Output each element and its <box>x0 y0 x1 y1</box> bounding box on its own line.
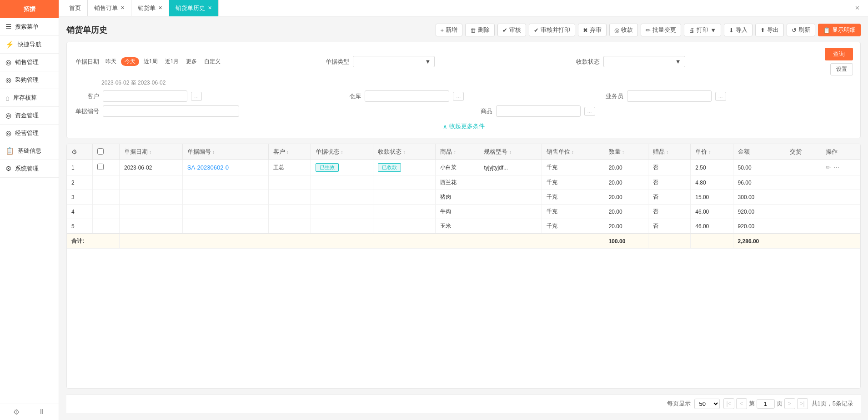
th-unit-price[interactable]: 单价 ↕ <box>691 144 733 160</box>
show-detail-icon: 📋 <box>823 27 830 34</box>
more-shortcut[interactable]: 更多 <box>183 57 200 66</box>
th-sales-unit[interactable]: 销售单位 ↕ <box>542 144 604 160</box>
filter-collapse-btn[interactable]: ∧ 收起更多条件 <box>74 120 853 132</box>
staff-input[interactable] <box>627 90 712 102</box>
sidebar-item-search-menu[interactable]: ☰ 搜索菜单 <box>0 18 59 36</box>
tab-sales-history[interactable]: 销货单历史 ✕ <box>169 0 219 16</box>
query-button[interactable]: 查询 <box>825 48 853 60</box>
warehouse-ellipsis-btn[interactable]: ... <box>453 92 464 101</box>
doc-no-filter-field: 单据编号 <box>74 105 460 117</box>
close-sales-order-icon[interactable]: ✕ <box>120 5 125 11</box>
delete-button[interactable]: 🗑 删除 <box>465 24 495 36</box>
sidebar-item-purchase-mgmt[interactable]: ◎ 采购管理 <box>0 71 59 89</box>
close-sales-goods-icon[interactable]: ✕ <box>158 5 162 11</box>
row2-spec-model <box>479 175 542 190</box>
page-label-pre: 第 <box>749 400 755 408</box>
customer-ellipsis-btn[interactable]: ... <box>191 92 202 101</box>
th-doc-status[interactable]: 单据状态 ↕ <box>311 144 373 160</box>
row1-more-icon[interactable]: ⋯ <box>833 164 839 171</box>
table-gear-icon[interactable]: ⚙ <box>71 148 77 155</box>
close-all-tabs-btn[interactable]: ✕ <box>850 3 864 13</box>
refresh-button[interactable]: ↺ 刷新 <box>787 24 815 36</box>
page-nav: |< < 第 页 > >| <box>723 398 808 409</box>
setup-button[interactable]: 设置 <box>830 63 853 75</box>
goods-filter-field: 商品 ... <box>467 105 853 117</box>
new-button[interactable]: + 新增 <box>436 24 463 36</box>
collect-button[interactable]: ◎ 收款 <box>609 24 638 36</box>
goods-input[interactable] <box>496 105 581 117</box>
row1-doc-status-badge: 已生效 <box>316 163 339 172</box>
abandon-button[interactable]: ✖ 弃审 <box>578 24 607 36</box>
page-title: 销货单历史 <box>66 25 107 35</box>
th-payment-status[interactable]: 收款状态 ↕ <box>373 144 436 160</box>
sidebar-bottom: ⚙ ⏸ <box>0 404 59 420</box>
row4-goods: 牛肉 <box>436 205 479 219</box>
goods-ellipsis-btn[interactable]: ... <box>584 107 595 116</box>
sidebar-pause-btn[interactable]: ⏸ <box>38 408 45 416</box>
last1month-shortcut[interactable]: 近1月 <box>162 57 182 66</box>
show-detail-button[interactable]: 📋 显示明细 <box>818 24 861 36</box>
page-size-select[interactable]: 50 100 200 <box>694 399 720 409</box>
row1-select-checkbox[interactable] <box>97 164 104 170</box>
sort-unit-icon: ↕ <box>572 150 574 155</box>
custom-shortcut[interactable]: 自定义 <box>201 57 223 66</box>
sidebar-item-sys-mgmt[interactable]: ⚙ 系统管理 <box>0 160 59 178</box>
payment-status-label: 收款状态 <box>575 58 600 66</box>
tab-sales-goods[interactable]: 销货单 ✕ <box>131 0 169 16</box>
next-page-btn[interactable]: > <box>784 398 795 409</box>
date-range-display: 2023-06-02 至 2023-06-02 <box>101 79 853 87</box>
sidebar-item-finance[interactable]: ◎ 资金管理 <box>0 107 59 125</box>
th-gear[interactable]: ⚙ <box>67 144 92 160</box>
sidebar-item-inventory[interactable]: ⌂ 库存核算 <box>0 89 59 107</box>
summary-total-amount: 2,286.00 <box>733 234 785 249</box>
export-button[interactable]: ⬆ 导出 <box>755 24 784 36</box>
today-shortcut[interactable]: 今天 <box>121 57 139 66</box>
doc-no-label: 单据编号 <box>74 107 99 115</box>
th-doc-date[interactable]: 单据日期 ↕ <box>119 144 182 160</box>
sidebar-item-quick-nav[interactable]: ⚡ 快捷导航 <box>0 36 59 54</box>
sidebar-item-operations[interactable]: ◎ 经营管理 <box>0 125 59 142</box>
batch-change-button[interactable]: ✏ 批量变更 <box>641 24 681 36</box>
staff-ellipsis-btn[interactable]: ... <box>715 92 726 101</box>
staff-label: 业务员 <box>598 92 623 100</box>
th-spec-model[interactable]: 规格型号 ↕ <box>479 144 542 160</box>
yesterday-shortcut[interactable]: 昨天 <box>103 57 119 66</box>
row1-edit-icon[interactable]: ✏ <box>826 164 831 171</box>
th-gift[interactable]: 赠品 ↕ <box>648 144 690 160</box>
doc-type-select[interactable]: ▼ <box>353 56 435 67</box>
th-quantity[interactable]: 数量 ↕ <box>604 144 648 160</box>
row1-doc-no: SA-20230602-0 <box>182 160 268 175</box>
last7days-shortcut[interactable]: 近1周 <box>141 57 161 66</box>
th-customer[interactable]: 客户 ↕ <box>268 144 311 160</box>
select-all-checkbox[interactable] <box>97 148 104 155</box>
sidebar-item-sales-mgmt[interactable]: ◎ 销售管理 <box>0 54 59 71</box>
abandon-icon: ✖ <box>583 27 588 34</box>
filter-row-2: 客户 ... 仓库 ... 业务员 ... <box>74 90 853 102</box>
audit-button[interactable]: ✔ 审核 <box>497 24 526 36</box>
page-number-input[interactable] <box>757 399 775 409</box>
close-sales-history-icon[interactable]: ✕ <box>208 5 212 11</box>
customer-input[interactable] <box>103 90 187 102</box>
tab-home[interactable]: 首页 <box>63 0 88 16</box>
print-button[interactable]: 🖨 打印 ▼ <box>684 24 721 36</box>
row2-sales-unit: 千克 <box>542 175 604 190</box>
sidebar-settings-btn[interactable]: ⚙ <box>13 408 20 416</box>
first-page-btn[interactable]: |< <box>723 398 734 409</box>
row1-doc-no-link[interactable]: SA-20230602-0 <box>187 164 229 171</box>
th-doc-no[interactable]: 单据编号 ↕ <box>182 144 268 160</box>
sidebar-item-basic-info[interactable]: 📋 基础信息 <box>0 142 59 160</box>
tab-sales-order[interactable]: 销售订单 ✕ <box>88 0 131 16</box>
warehouse-input[interactable] <box>365 90 449 102</box>
payment-status-select[interactable]: ▼ <box>603 56 685 67</box>
doc-type-label: 单据类型 <box>324 58 349 66</box>
th-goods[interactable]: 商品 ↕ <box>436 144 479 160</box>
last-page-btn[interactable]: >| <box>797 398 808 409</box>
doc-no-input[interactable] <box>103 105 239 117</box>
table-wrapper: ⚙ 单据日期 ↕ 单据编号 ↕ 客户 ↕ 单据状态 ↕ 收款状态 ↕ 商品 ↕ … <box>66 144 861 389</box>
audit-print-button[interactable]: ✔ 审核并打印 <box>529 24 575 36</box>
row2-gift: 否 <box>648 175 690 190</box>
row1-doc-date: 2023-06-02 <box>119 160 182 175</box>
import-button[interactable]: ⬇ 导入 <box>724 24 753 36</box>
th-checkbox <box>92 144 119 160</box>
prev-page-btn[interactable]: < <box>736 398 747 409</box>
